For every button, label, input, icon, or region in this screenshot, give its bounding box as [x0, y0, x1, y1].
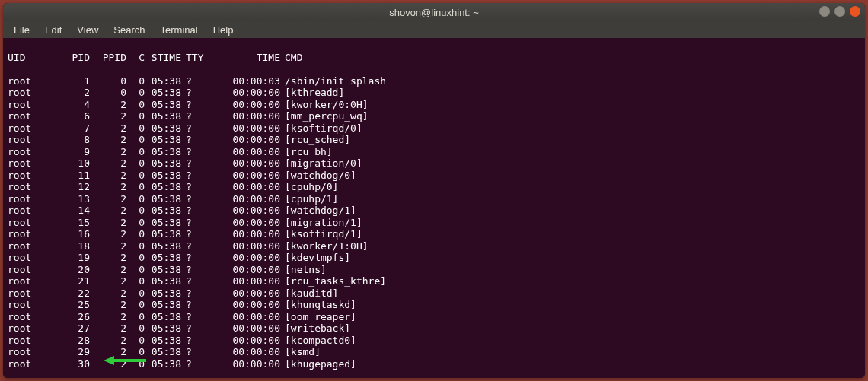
window-controls	[819, 6, 860, 17]
process-row: root182005:38?00:00:00[kworker/1:0H]	[8, 240, 860, 252]
ps-header: UIDPIDPPIDCSTIMETTYTIMECMD	[8, 52, 860, 64]
process-row: root282005:38?00:00:00[kcompactd0]	[8, 335, 860, 347]
menu-edit[interactable]: Edit	[39, 23, 68, 37]
process-row: root192005:38?00:00:00[kdevtmpfs]	[8, 252, 860, 264]
menubar: File Edit View Search Terminal Help	[3, 21, 865, 38]
close-button[interactable]	[850, 6, 860, 17]
process-row: root112005:38?00:00:00[watchdog/0]	[8, 170, 860, 182]
menu-search[interactable]: Search	[107, 23, 151, 37]
titlebar[interactable]: shovon@linuxhint: ~	[3, 3, 865, 21]
process-row: root152005:38?00:00:00[migration/1]	[8, 217, 860, 229]
process-row: root212005:38?00:00:00[rcu_tasks_kthre]	[8, 275, 860, 287]
menu-file[interactable]: File	[8, 23, 36, 37]
process-row: root292005:38?00:00:00[ksmd]	[8, 346, 860, 358]
process-row: root20005:38?00:00:00[kthreadd]	[8, 87, 860, 99]
window-title: shovon@linuxhint: ~	[389, 7, 479, 18]
process-row: root142005:38?00:00:00[watchdog/1]	[8, 205, 860, 217]
process-row: root10005:38?00:00:03/sbin/init splash	[8, 75, 860, 87]
process-row: root62005:38?00:00:00[mm_percpu_wq]	[8, 110, 860, 122]
minimize-button[interactable]	[819, 6, 830, 17]
process-row: root82005:38?00:00:00[rcu_sched]	[8, 134, 860, 146]
process-row: root132005:38?00:00:00[cpuhp/1]	[8, 193, 860, 205]
process-row: root222005:38?00:00:00[kauditd]	[8, 287, 860, 300]
process-row: root102005:38?00:00:00[migration/0]	[8, 157, 860, 170]
terminal-output[interactable]: UIDPIDPPIDCSTIMETTYTIMECMD root10005:38?…	[3, 38, 865, 378]
process-row: root42005:38?00:00:00[kworker/0:0H]	[8, 99, 860, 111]
process-row: root72005:38?00:00:00[ksoftirqd/0]	[8, 122, 860, 135]
process-row: root272005:38?00:00:00[writeback]	[8, 322, 860, 335]
menu-terminal[interactable]: Terminal	[155, 23, 204, 37]
process-row: root252005:38?00:00:00[khungtaskd]	[8, 299, 860, 311]
process-row: root162005:38?00:00:00[ksoftirqd/1]	[8, 228, 860, 240]
process-row: root302005:38?00:00:00[khugepaged]	[8, 358, 860, 370]
process-row: root122005:38?00:00:00[cpuhp/0]	[8, 181, 860, 193]
process-row: root92005:38?00:00:00[rcu_bh]	[8, 146, 860, 158]
terminal-window: shovon@linuxhint: ~ File Edit View Searc…	[3, 3, 865, 378]
process-row: root262005:38?00:00:00[oom_reaper]	[8, 311, 860, 323]
process-row: root202005:38?00:00:00[netns]	[8, 264, 860, 276]
menu-help[interactable]: Help	[207, 23, 240, 37]
menu-view[interactable]: View	[71, 23, 104, 37]
maximize-button[interactable]	[834, 6, 845, 17]
